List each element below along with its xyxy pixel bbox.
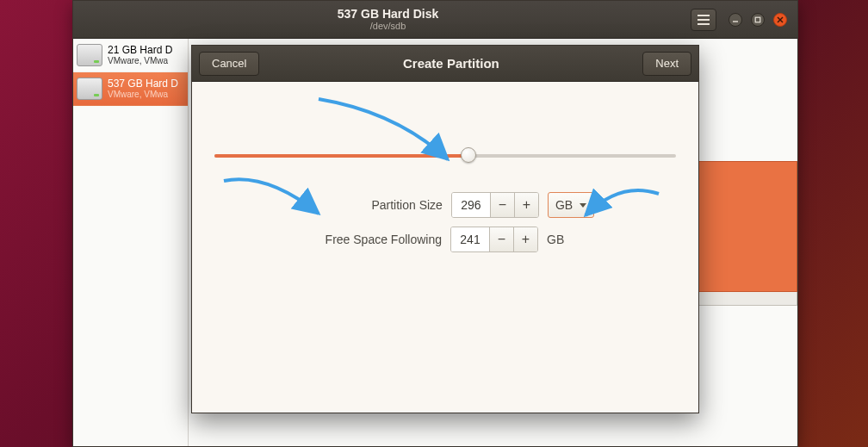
dialog-header: Cancel Create Partition Next [192, 46, 698, 82]
disk-title: 21 GB Hard D [108, 45, 172, 56]
maximize-icon[interactable] [751, 13, 765, 27]
disk-sidebar: 21 GB Hard D VMware, VMwa 537 GB Hard D … [73, 39, 189, 446]
hdd-icon [77, 44, 102, 66]
partition-size-input[interactable]: − + [451, 192, 539, 218]
disk-item-selected[interactable]: 537 GB Hard D VMware, VMwa [73, 72, 188, 106]
create-partition-dialog: Cancel Create Partition Next Partition S… [191, 45, 699, 413]
svg-rect-1 [755, 17, 760, 22]
close-icon[interactable] [773, 13, 787, 27]
free-space-value[interactable] [451, 227, 489, 251]
increment-button[interactable]: + [513, 227, 537, 251]
window-titlebar: 537 GB Hard Disk /dev/sdb [73, 1, 797, 39]
chevron-down-icon [580, 203, 586, 208]
decrement-button[interactable]: − [490, 193, 514, 217]
unit-select-value: GB [555, 198, 573, 212]
free-space-label: Free Space Following [295, 233, 442, 246]
minimize-icon[interactable] [728, 13, 742, 27]
free-space-unit: GB [547, 233, 595, 246]
slider-thumb[interactable] [461, 147, 476, 163]
slider-fill [214, 154, 468, 158]
size-slider[interactable] [214, 130, 676, 182]
free-space-input[interactable]: − + [450, 227, 538, 252]
next-button[interactable]: Next [642, 52, 691, 76]
increment-button[interactable]: + [514, 193, 538, 217]
partition-size-value[interactable] [452, 193, 490, 217]
disk-subtitle: VMware, VMwa [108, 56, 172, 65]
unit-select[interactable]: GB [548, 192, 594, 218]
hdd-icon [77, 78, 102, 100]
free-space-row: Free Space Following − + GB [214, 227, 676, 252]
partition-size-label: Partition Size [296, 198, 443, 212]
decrement-button[interactable]: − [489, 227, 513, 251]
disk-item[interactable]: 21 GB Hard D VMware, VMwa [73, 39, 188, 72]
disk-title: 537 GB Hard D [108, 78, 178, 90]
window-subtitle: /dev/sdb [85, 21, 691, 32]
partition-size-row: Partition Size − + GB [214, 192, 676, 218]
cancel-button[interactable]: Cancel [199, 52, 259, 76]
menu-button[interactable] [691, 9, 716, 31]
disk-subtitle: VMware, VMwa [108, 90, 178, 99]
dialog-title: Create Partition [403, 56, 499, 71]
window-title: 537 GB Hard Disk [85, 7, 691, 21]
